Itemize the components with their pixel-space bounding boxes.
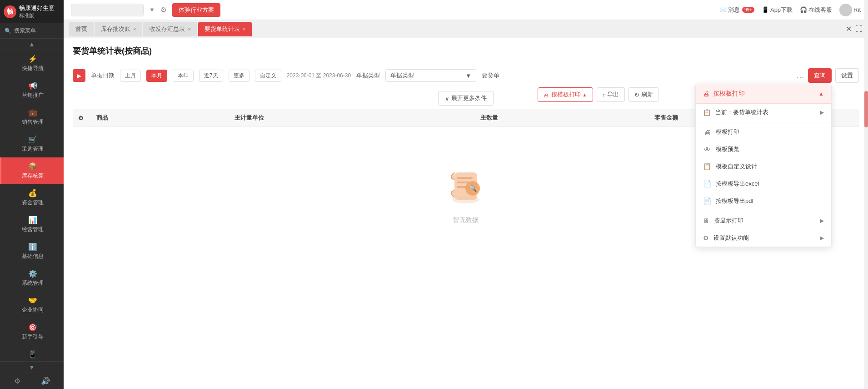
headset-icon: 🎧 [800,6,807,13]
date-custom[interactable]: 自定义 [255,70,281,82]
dropdown-item-template-pdf[interactable]: 📄 按模板导出pdf [696,192,831,210]
user-name: Rit [853,6,861,13]
tab-close-inventory-batch[interactable]: × [133,26,136,32]
query-area: … 查询 设置 [796,68,859,83]
type-select-chevron: ▼ [465,72,471,79]
topbar-message[interactable]: ✉️ 消息 99+ [719,6,754,14]
date-7days[interactable]: 近7天 [199,70,223,82]
sidebar-item-marketing[interactable]: 📢 营销推广 [0,77,64,104]
empty-text: 暂无数据 [453,216,479,224]
tab-close-receivable-summary[interactable]: × [188,26,190,32]
sidebar-item-quick-nav[interactable]: ⚡ 快捷导航 [0,50,64,77]
date-more[interactable]: 更多 [229,70,249,82]
topbar-search-input[interactable] [71,4,144,16]
topbar-app-download[interactable]: 📱 App下载 [762,6,793,14]
dropdown-display-print[interactable]: 🖥 按显示打印 ▶ [696,212,831,229]
app-logo: 畅 畅康通好生意 标准版 [0,0,64,23]
page-content: 要货单统计表(按商品) 🖨 按模板打印 ▲ ↑ 导出 ↻ 刷新 [64,38,868,389]
tabs-maximize[interactable]: ⛶ [855,25,863,33]
sidebar-search[interactable]: 🔍 搜索菜单 [0,23,64,39]
operation-icon: 📊 [28,216,37,224]
date-this-year[interactable]: 本年 [173,70,194,82]
promo-button[interactable]: 体验行业方案 [172,3,220,17]
template-icon: 📋 [703,109,711,116]
enterprise-icon: 🤝 [28,296,37,305]
scroll-up-btn[interactable]: ▲ [29,40,35,48]
tab-receivable-summary[interactable]: 收发存汇总表 × [143,22,197,36]
sidebar-item-newbie[interactable]: 🎯 新手引导 [0,318,64,345]
yaohuodan-label: 要货单 [482,71,499,80]
dropdown-item-template-design[interactable]: 📋 模板自定义设计 [696,158,831,175]
sidebar-item-basic[interactable]: ℹ️ 基础信息 [0,238,64,265]
sidebar-item-system[interactable]: ⚙️ 系统管理 [0,265,64,292]
col-unit: 主计量单位 [229,109,475,127]
svg-rect-3 [457,182,469,183]
message-badge: 99+ [742,7,754,13]
set-default-chevron: ▶ [820,235,824,241]
topbar-online-service[interactable]: 🎧 在线客服 [800,6,832,14]
dropdown-header[interactable]: 🖨 按模板打印 ▲ [696,84,831,104]
tab-home[interactable]: 首页 [69,22,94,36]
template-print-icon: 🖨 [703,128,711,136]
col-qty: 主数量 [475,109,649,127]
dropdown-set-default[interactable]: ⚙ 设置默认功能 ▶ [696,229,831,247]
more-options-icon[interactable]: … [796,71,804,81]
marketing-icon: 📢 [28,81,37,90]
empty-illustration: 🔍 [443,163,489,209]
sidebar: 畅 畅康通好生意 标准版 🔍 搜索菜单 ▲ ⚡ 快捷导航 📢 营销推广 💼 销售… [0,0,64,389]
template-pdf-icon: 📄 [703,197,711,205]
topbar-user[interactable]: Rit [839,4,861,16]
query-btn[interactable]: 查询 [808,68,832,83]
col-settings[interactable]: ⚙ [73,109,91,127]
sidebar-item-appstore[interactable]: 📱 应用中心 [0,345,64,361]
dropdown-item-template-print[interactable]: 🖨 模板打印 [696,123,831,141]
type-select[interactable]: 单据类型 ▼ [385,69,476,82]
export-icon: ↑ [603,91,606,98]
col-product: 商品 [91,109,229,127]
inventory-icon: 📦 [28,162,37,171]
sidebar-item-inventory[interactable]: 📦 库存核算 [0,157,64,184]
template-preview-icon: 👁 [703,146,711,153]
topbar-gear-icon[interactable]: ⚙ [160,5,167,14]
sidebar-item-enterprise[interactable]: 🤝 企业协同 [0,292,64,318]
message-icon: ✉️ [719,6,727,13]
expand-more-chevron: ∨ [445,95,449,102]
sidebar-item-sales[interactable]: 💼 销售管理 [0,104,64,131]
tab-close-order-stats[interactable]: × [243,26,245,32]
display-print-icon: 🖥 [703,217,709,224]
export-btn[interactable]: ↑ 导出 [597,87,625,102]
tabs-bar: 首页 库存批次账 × 收发存汇总表 × 要货单统计表 × ✕ ⛶ [64,20,868,38]
type-label: 单据类型 [356,71,380,80]
settings-btn[interactable]: 设置 [835,68,859,83]
scroll-down-btn[interactable]: ▼ [29,364,35,371]
topbar-dropdown-icon[interactable]: ▼ [149,6,155,13]
dropdown-item-template-excel[interactable]: 📄 按模板导出excel [696,175,831,192]
svg-text:🔍: 🔍 [469,185,477,192]
refresh-btn[interactable]: ↻ 刷新 [629,87,659,102]
date-current-month[interactable]: 本月 [146,70,167,82]
refresh-icon: ↻ [634,91,639,98]
filter-expand-btn[interactable]: ▶ [73,69,85,82]
print-template-btn[interactable]: 🖨 按模板打印 ▲ [538,87,593,102]
print-dropdown-menu: 🖨 按模板打印 ▲ 📋 当前：要货单统计表 ▶ 🖨 模板打印 👁 [695,84,832,247]
print-icon: 🖨 [544,91,549,98]
speaker-icon[interactable]: 🔊 [41,377,50,385]
date-prev-month[interactable]: 上月 [120,70,141,82]
scrollbar-thumb[interactable] [864,91,868,127]
settings-bottom-icon[interactable]: ⚙ [14,377,20,385]
sidebar-item-operation[interactable]: 📊 经营管理 [0,211,64,238]
logo-text: 畅康通好生意 标准版 [19,5,55,19]
current-template-chevron: ▶ [820,109,824,116]
dropdown-divider-1 [696,122,831,122]
expand-more-btn[interactable]: ∨ 展开更多条件 [438,91,494,106]
tab-inventory-batch[interactable]: 库存批次账 × [95,22,142,36]
print-chevron-up: ▲ [583,92,587,97]
sidebar-item-purchase[interactable]: 🛒 采购管理 [0,131,64,157]
tabs-window-close[interactable]: ✕ [846,25,852,33]
dropdown-divider-2 [696,211,831,211]
date-label: 单据日期 [91,71,115,80]
sidebar-item-finance[interactable]: 💰 资金管理 [0,184,64,211]
tab-order-stats[interactable]: 要货单统计表 × [198,22,252,36]
dropdown-item-template-preview[interactable]: 👁 模板预览 [696,141,831,158]
dropdown-current-template[interactable]: 📋 当前：要货单统计表 ▶ [696,104,831,121]
